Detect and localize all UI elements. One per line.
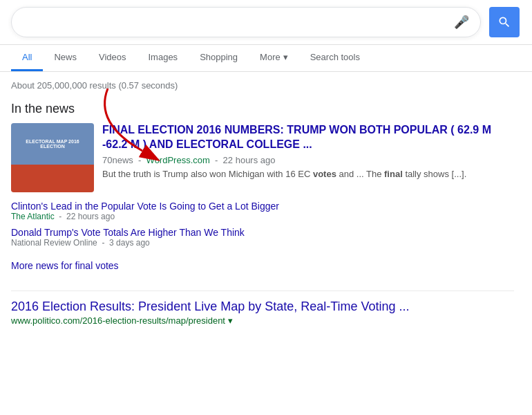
news-small-title-1[interactable]: Clinton's Lead in the Popular Vote Is Go… — [11, 201, 514, 212]
news-small-item-2: Donald Trump's Vote Totals Are Higher Th… — [11, 227, 514, 248]
tab-all[interactable]: All — [11, 45, 43, 71]
nav-tabs: All News Videos Images Shopping More ▾ S… — [0, 45, 532, 72]
thumb-top: ELECTORAL MAP 2016 ELECTION — [11, 123, 94, 165]
tab-shopping[interactable]: Shopping — [189, 45, 249, 71]
news-source-link[interactable]: WordPress.com — [146, 155, 210, 165]
divider — [11, 290, 514, 291]
web-result: 2016 Election Results: President Live Ma… — [11, 299, 514, 326]
news-time: 22 hours ago — [223, 155, 276, 165]
news-source-line: 70news - WordPress.com - 22 hours ago — [102, 155, 514, 165]
news-small-time-1: 22 hours ago — [66, 212, 115, 221]
news-small-source-link-1[interactable]: The Atlantic — [11, 212, 55, 221]
tab-news[interactable]: News — [43, 45, 88, 71]
results-count: About 205,000,000 results (0.57 seconds) — [11, 80, 514, 91]
news-main-content: FINAL ELECTION 2016 NUMBERS: TRUMP WON B… — [102, 123, 514, 192]
news-thumbnail: ELECTORAL MAP 2016 ELECTION — [11, 123, 94, 192]
web-result-url: www.politico.com/2016-election-results/m… — [11, 315, 514, 326]
news-source-name: 70news — [102, 155, 133, 165]
search-input[interactable]: final votes — [23, 16, 447, 28]
news-main-title[interactable]: FINAL ELECTION 2016 NUMBERS: TRUMP WON B… — [102, 123, 514, 152]
news-snippet: But the truth is Trump also won Michigan… — [102, 168, 514, 181]
mic-icon[interactable]: 🎤 — [454, 15, 469, 30]
section-title: In the news — [11, 102, 514, 116]
news-main-item: ELECTORAL MAP 2016 ELECTION FINAL ELECTI… — [11, 123, 514, 192]
tab-images[interactable]: Images — [137, 45, 189, 71]
search-input-wrapper: final votes 🎤 — [11, 7, 481, 37]
search-bar: final votes 🎤 — [0, 0, 532, 45]
thumb-bottom — [11, 165, 94, 192]
news-small-source-1: The Atlantic - 22 hours ago — [11, 212, 514, 221]
news-main-article-container: ELECTORAL MAP 2016 ELECTION FINAL ELECTI… — [11, 123, 514, 192]
chevron-down-icon: ▾ — [283, 52, 288, 62]
news-small-source-name-2: National Review Online — [11, 238, 97, 248]
main-content: About 205,000,000 results (0.57 seconds)… — [0, 72, 525, 335]
news-small-time-2: 3 days ago — [109, 238, 150, 248]
news-small-item-1: Clinton's Lead in the Popular Vote Is Go… — [11, 201, 514, 221]
news-small-title-2[interactable]: Donald Trump's Vote Totals Are Higher Th… — [11, 227, 514, 238]
more-news-link[interactable]: More news for final votes — [11, 260, 119, 271]
tab-videos[interactable]: Videos — [88, 45, 137, 71]
tab-search-tools[interactable]: Search tools — [299, 45, 371, 71]
tab-more[interactable]: More ▾ — [249, 45, 299, 71]
news-small-source-2: National Review Online - 3 days ago — [11, 238, 514, 248]
search-button[interactable] — [489, 7, 520, 37]
web-result-title[interactable]: 2016 Election Results: President Live Ma… — [11, 299, 514, 314]
dropdown-icon: ▾ — [228, 315, 233, 326]
